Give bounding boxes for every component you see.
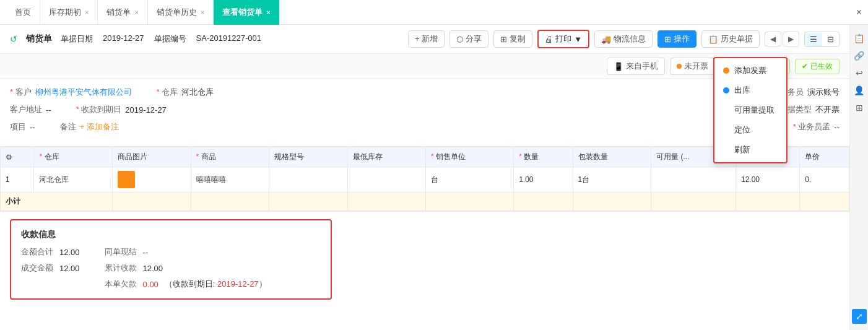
- address-field: 客户地址 --: [10, 104, 51, 115]
- tab-sales[interactable]: 销货单 ×: [98, 0, 147, 25]
- doc-number-value: SA-20191227-001: [196, 33, 262, 45]
- nav-prev[interactable]: ◀: [765, 32, 781, 46]
- col-qty: * 数量: [514, 147, 573, 167]
- view-grid[interactable]: ⊟: [822, 32, 839, 46]
- tab-history-close[interactable]: ×: [201, 9, 204, 16]
- logistics-icon: 🚚: [601, 35, 611, 44]
- open-status-label: 未开票: [684, 61, 708, 72]
- share-button[interactable]: ⬡ 分享: [449, 30, 488, 48]
- doc-header: ↺ 销货单 单据日期 2019-12-27 单据编号 SA-20191227-0…: [0, 25, 849, 54]
- operate-button[interactable]: ⊞ 操作: [658, 30, 697, 48]
- new-button[interactable]: + 新增: [408, 30, 445, 48]
- print-label: 打印: [555, 33, 571, 45]
- summary-title: 收款信息: [21, 229, 321, 240]
- sidebar-icon-expand[interactable]: ⤢: [852, 309, 867, 324]
- customer-label: 客户: [10, 87, 32, 98]
- sidebar-icon-5[interactable]: ⊞: [852, 100, 867, 115]
- dropdown-available-qty[interactable]: 可用量提取: [714, 100, 786, 120]
- dropdown-locate[interactable]: 定位: [714, 120, 786, 140]
- subtotal-qty: [514, 193, 573, 211]
- locate-label: 定位: [734, 124, 750, 136]
- col-spec: 规格型号: [269, 147, 348, 167]
- note-field: 备注 + 添加备注: [60, 121, 119, 132]
- tab-inventory-label: 库存期初: [49, 7, 81, 18]
- tab-sales-close[interactable]: ×: [134, 9, 138, 16]
- outbound-dot: [723, 87, 729, 93]
- row-unit-price: 0.: [800, 167, 849, 193]
- note-add-label[interactable]: + 添加备注: [80, 121, 119, 132]
- tab-history[interactable]: 销货单历史 ×: [148, 0, 214, 25]
- subtotal-label: 小计: [1, 193, 113, 211]
- logistics-label: 物流信息: [614, 33, 646, 45]
- logistics-button[interactable]: 🚚 物流信息: [594, 30, 653, 48]
- operate-label: 操作: [674, 33, 690, 45]
- history-button[interactable]: 📋 历史单据: [701, 30, 760, 48]
- row-index: 1: [1, 167, 34, 193]
- address-value: --: [46, 105, 51, 115]
- dropdown-refresh[interactable]: 刷新: [714, 140, 786, 160]
- warehouse-value: 河北仓库: [181, 87, 214, 98]
- col-unit: * 销售单位: [426, 147, 514, 167]
- same-order-value: --: [143, 248, 149, 257]
- print-dropdown-icon: ▼: [574, 35, 582, 44]
- sidebar-icon-2[interactable]: 🔗: [852, 48, 867, 63]
- print-button[interactable]: 🖨 打印 ▼: [537, 30, 589, 48]
- dropdown-add-invoice[interactable]: 添加发票: [714, 61, 786, 80]
- open-status-button[interactable]: 未开票: [670, 58, 715, 75]
- phone-label: 来自手机: [626, 61, 658, 72]
- owed-extra: （收款到期日: 2019-12-27）: [165, 279, 267, 290]
- project-label: 项目: [10, 121, 26, 132]
- summary-col-right: 同单现结 -- 累计收款 12.00 本单欠款 0.00 （收款到期日: 201…: [105, 246, 267, 290]
- doc-date-value: 2019-12-27: [103, 33, 144, 45]
- phone-button[interactable]: 📱 来自手机: [607, 58, 665, 75]
- tab-home[interactable]: 首页: [6, 0, 40, 25]
- row-qty: 1.00: [514, 167, 573, 193]
- copy-label: 复制: [510, 33, 526, 45]
- row-available: [651, 167, 736, 193]
- due-date-label: 收款到期日: [76, 104, 122, 115]
- subtotal-spec: [269, 193, 348, 211]
- view-list[interactable]: ☰: [805, 32, 822, 46]
- summary-cumulative: 累计收款 12.00: [105, 263, 267, 274]
- doc-title-area: ↺ 销货单 单据日期 2019-12-27 单据编号 SA-20191227-0…: [10, 33, 261, 45]
- doc-type-label: 销货单: [26, 33, 52, 45]
- customer-value[interactable]: 柳州粤港平安气体有限公司: [35, 87, 132, 98]
- phone-icon: 📱: [614, 62, 623, 71]
- doc-date-label: 单据日期: [61, 33, 93, 45]
- window-close-button[interactable]: ×: [856, 7, 862, 18]
- available-qty-label: 可用量提取: [734, 105, 775, 116]
- sales-staff-field: 业务员孟 --: [793, 121, 840, 132]
- tab-view-sales-close[interactable]: ×: [266, 9, 270, 16]
- col-gear: ⚙: [1, 147, 34, 167]
- subtotal-stock: [736, 193, 799, 211]
- sales-staff-value: --: [834, 123, 840, 132]
- dropdown-outbound[interactable]: 出库: [714, 80, 786, 100]
- summary-owed: 本单欠款 0.00 （收款到期日: 2019-12-27）: [105, 279, 267, 290]
- tab-history-label: 销货单历史: [157, 7, 197, 18]
- tab-view-sales[interactable]: 查看销货单 ×: [214, 0, 279, 25]
- tab-inventory-close[interactable]: ×: [85, 9, 89, 16]
- nav-next[interactable]: ▶: [783, 32, 799, 46]
- ticket-type-value: 不开票: [815, 104, 840, 115]
- product-image: 🔸: [118, 171, 135, 188]
- sidebar-icon-4[interactable]: 👤: [852, 83, 867, 98]
- effect-icon: ✔: [802, 62, 808, 71]
- due-date-value: 2019-12-27: [125, 105, 167, 115]
- warehouse-label: 仓库: [157, 87, 178, 98]
- subtotal-row: 小计: [1, 193, 849, 211]
- view-toggle: ☰ ⊟: [804, 32, 840, 47]
- col-pack-qty: 包装数量: [573, 147, 651, 167]
- copy-icon: ⊞: [500, 35, 507, 44]
- sidebar-icon-3[interactable]: ↩: [852, 66, 867, 80]
- subtotal-product: [191, 193, 269, 211]
- copy-button[interactable]: ⊞ 复制: [493, 30, 532, 48]
- sidebar-icon-1[interactable]: 📋: [852, 31, 867, 46]
- print-icon: 🖨: [545, 35, 553, 44]
- same-order-label: 同单现结: [105, 246, 137, 258]
- tab-bar: 首页 库存期初 × 销货单 × 销货单历史 × 查看销货单 × ×: [0, 0, 868, 25]
- main-area: ↺ 销货单 单据日期 2019-12-27 单据编号 SA-20191227-0…: [0, 25, 849, 330]
- tab-inventory[interactable]: 库存期初 ×: [40, 0, 98, 25]
- tab-view-sales-label: 查看销货单: [222, 7, 263, 18]
- deal-amount-label: 成交金额: [21, 263, 53, 274]
- amount-total-value: 12.00: [59, 248, 80, 257]
